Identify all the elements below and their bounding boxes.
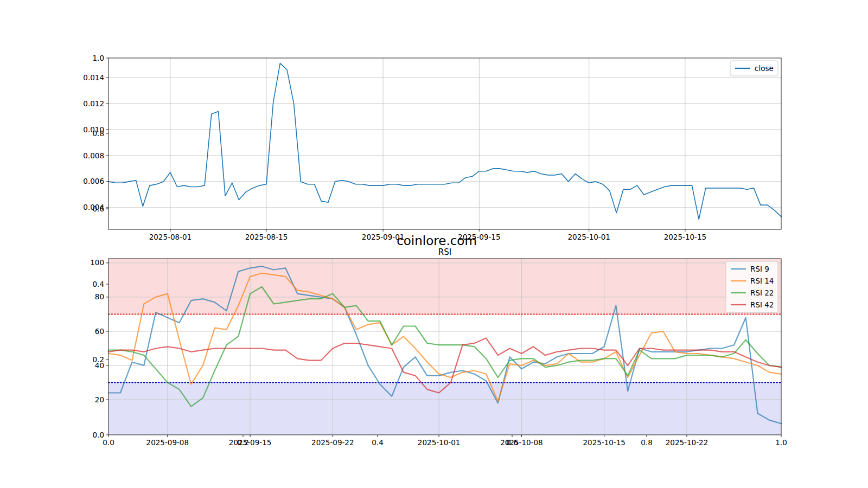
x-tick-label: 2025-09-15: [229, 438, 271, 447]
legend-label: RSI 9: [750, 265, 769, 273]
rsi-chart-legend: RSI 9RSI 14RSI 22RSI 42: [726, 261, 778, 312]
x-tick-label: 2025-10-08: [500, 438, 542, 447]
overlay-x-tick-label: 1.0: [775, 438, 787, 447]
figure-svg: 0.0040.0060.0080.0100.0120.0142025-08-01…: [0, 0, 868, 488]
overlay-x-tick-label: 0.4: [372, 438, 383, 447]
chart-figure: 0.0040.0060.0080.0100.0120.0142025-08-01…: [0, 0, 868, 488]
watermark: coinlore.com: [397, 234, 477, 248]
overlay-x-tick-label: 0.0: [103, 438, 114, 447]
overlay-y-tick-label: 0.6: [93, 204, 104, 213]
overlay-y-tick-label: 0.8: [93, 129, 104, 138]
x-tick-label: 2025-08-01: [149, 233, 192, 241]
overlay-y-tick-label: 0.4: [93, 280, 104, 288]
y-tick-label: 80: [95, 292, 104, 301]
legend-label: RSI 42: [750, 300, 774, 309]
x-tick-label: 2025-09-22: [311, 438, 354, 447]
y-tick-label: 20: [95, 395, 104, 404]
y-tick-label: 0.008: [83, 151, 104, 160]
y-tick-label: 40: [95, 361, 104, 370]
rsi-title: RSI: [438, 247, 451, 257]
legend-label: RSI 22: [750, 288, 774, 297]
x-tick-label: 2025-09-08: [146, 438, 189, 447]
x-tick-label: 2025-10-15: [664, 233, 706, 241]
x-tick-label: 2025-08-15: [245, 233, 288, 241]
overlay-x-tick-label: 0.8: [641, 438, 652, 447]
y-tick-label: 100: [90, 258, 104, 267]
y-tick-label: 0.006: [83, 177, 104, 185]
legend-label: RSI 14: [750, 277, 774, 285]
x-tick-label: 2025-10-22: [666, 438, 708, 447]
x-tick-label: 2025-10-01: [567, 233, 610, 241]
legend-label: close: [755, 64, 774, 73]
x-tick-label: 2025-10-15: [583, 438, 625, 447]
y-tick-label: 0.012: [83, 99, 104, 108]
overlay-y-tick-label: 1.0: [93, 54, 104, 62]
price-chart-legend: close: [730, 61, 778, 76]
threshold-band: [108, 259, 781, 314]
y-tick-label: 0.014: [83, 73, 104, 82]
x-tick-label: 2025-10-01: [418, 438, 460, 447]
y-tick-label: 60: [95, 327, 104, 336]
threshold-band: [108, 383, 781, 435]
